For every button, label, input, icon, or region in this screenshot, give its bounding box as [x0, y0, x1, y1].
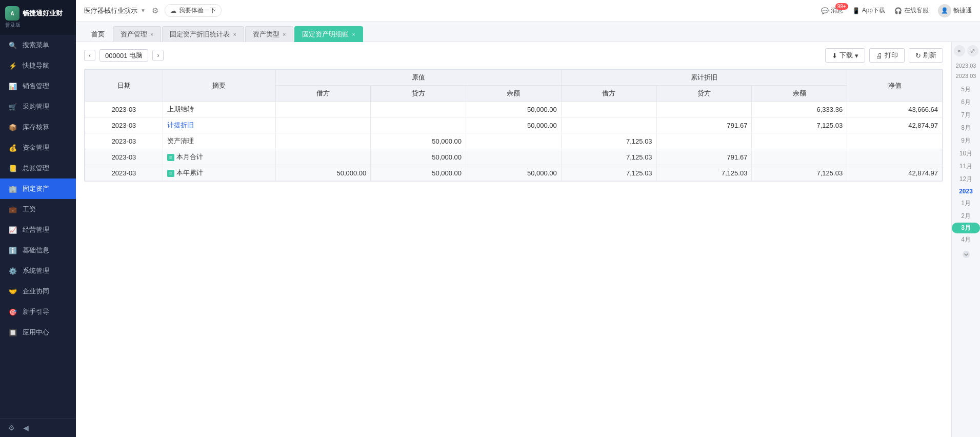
timeline-down-icon[interactable]	[952, 248, 980, 261]
col-summary: 摘要	[163, 70, 276, 102]
tab-asset-detail[interactable]: 固定资产明细账 ×	[294, 26, 363, 42]
sidebar-item-salary[interactable]: 💼 工资	[0, 199, 76, 220]
timeline-expand-button[interactable]: ⤢	[967, 45, 978, 56]
table-row: 2023-03 资产清理 50,000.00 7,125.03	[85, 133, 943, 149]
timeline-month-4[interactable]: 4月	[952, 233, 980, 246]
timeline-year-2023[interactable]: 2023	[952, 186, 980, 197]
message-button[interactable]: 💬 消息 99+	[821, 6, 843, 15]
row-accum-debit: 7,125.03	[561, 133, 656, 149]
sidebar-label-search: 搜索菜单	[23, 41, 49, 50]
tab-asset-mgmt-close[interactable]: ×	[150, 31, 153, 37]
message-icon: 💬	[821, 7, 829, 14]
sidebar-item-general-ledger[interactable]: 📒 总账管理	[0, 158, 76, 178]
user-menu[interactable]: 👤 畅捷通	[938, 4, 972, 17]
timeline-month-11[interactable]: 11月	[952, 160, 980, 173]
row-accum-balance: 7,125.03	[752, 165, 847, 181]
row-accum-debit: 7,125.03	[561, 149, 656, 165]
sidebar-item-basic-info[interactable]: ℹ️ 基础信息	[0, 240, 76, 261]
timeline-month-10[interactable]: 10月	[952, 147, 980, 160]
timeline-months-block: 5月 6月 7月 8月 9月 10月 11月 12月 2023 1月 2月 3月…	[952, 83, 980, 261]
sidebar-item-guide[interactable]: 🎯 新手引导	[0, 302, 76, 322]
app-download-label: App下载	[862, 6, 885, 15]
timeline-month-5[interactable]: 5月	[952, 83, 980, 96]
sidebar-item-app-center[interactable]: 🔲 应用中心	[0, 322, 76, 343]
app-name: 畅捷通好业财	[23, 9, 63, 18]
prev-asset-button[interactable]: ‹	[84, 50, 95, 61]
topbar-settings-icon[interactable]: ⚙	[152, 6, 158, 15]
sidebar-item-system[interactable]: ⚙️ 系统管理	[0, 261, 76, 281]
app-center-icon: 🔲	[8, 328, 17, 337]
collapse-icon[interactable]: ◀	[23, 424, 29, 432]
avatar: 👤	[938, 4, 951, 17]
tab-asset-mgmt[interactable]: 资产管理 ×	[113, 26, 161, 42]
sidebar-item-funds[interactable]: 💰 资金管理	[0, 137, 76, 158]
refresh-button[interactable]: ↻ 刷新	[909, 48, 943, 63]
tab-home[interactable]: 首页	[84, 27, 112, 42]
search-icon: 🔍	[8, 41, 17, 50]
sidebar-item-business[interactable]: 📈 经营管理	[0, 220, 76, 240]
sidebar-label-salary: 工资	[23, 205, 36, 214]
timeline-month-2[interactable]: 2月	[952, 210, 980, 223]
ledger-icon: 📒	[8, 164, 17, 173]
message-badge: 99+	[835, 3, 848, 10]
timeline-month-8[interactable]: 8月	[952, 122, 980, 134]
timeline-month-3-current[interactable]: 3月	[952, 223, 980, 233]
sidebar-item-inventory[interactable]: 📦 库存核算	[0, 117, 76, 137]
sidebar-item-sales[interactable]: 📊 销售管理	[0, 76, 76, 96]
timeline-month-9[interactable]: 9月	[952, 134, 980, 147]
row-orig-credit: 50,000.00	[371, 165, 466, 181]
row-orig-balance	[466, 149, 562, 165]
asset-code: 000001	[105, 52, 127, 59]
app-edition: 普及版	[5, 22, 71, 29]
timeline-month-1[interactable]: 1月	[952, 197, 980, 210]
sidebar-label-purchase: 采购管理	[23, 102, 49, 111]
download-button[interactable]: ⬇ 下载 ▾	[825, 48, 865, 63]
customer-service-button[interactable]: 🎧 在线客服	[894, 6, 929, 15]
company-selector[interactable]: 医疗器械行业演示 ▼	[84, 6, 146, 15]
row-accum-balance: 7,125.03	[752, 117, 847, 133]
timeline-close-button[interactable]: ×	[954, 45, 965, 56]
timeline-month-6[interactable]: 6月	[952, 96, 980, 109]
funds-icon: 💰	[8, 143, 17, 152]
row-orig-balance: 50,000.00	[466, 165, 562, 181]
tab-asset-detail-close[interactable]: ×	[352, 31, 355, 37]
sidebar-item-fixed-assets[interactable]: 🏢 固定资产	[0, 178, 76, 199]
tab-asset-type-label: 资产类型	[253, 30, 279, 39]
table-row: 2023-03 计提折旧 50,000.00 791.67 7,125.03 4…	[85, 117, 943, 133]
sidebar-label-guide: 新手引导	[23, 307, 49, 316]
experience-button[interactable]: ☁ 我要体验一下	[165, 4, 222, 17]
tab-depreciation-stats-close[interactable]: ×	[233, 31, 236, 37]
settings-footer-icon[interactable]: ⚙	[8, 424, 15, 432]
year-total-icon: ≡	[167, 170, 174, 177]
sidebar-item-search[interactable]: 🔍 搜索菜单	[0, 35, 76, 55]
row-date: 2023-03	[85, 165, 163, 181]
next-asset-button[interactable]: ›	[152, 50, 164, 61]
app-download-button[interactable]: 📱 App下载	[852, 6, 885, 15]
sidebar-label-general-ledger: 总账管理	[23, 164, 49, 173]
tab-asset-type[interactable]: 资产类型 ×	[245, 26, 293, 42]
quick-nav-icon: ⚡	[8, 61, 17, 70]
sidebar-label-basic-info: 基础信息	[23, 246, 49, 255]
sidebar-item-quick-nav[interactable]: ⚡ 快捷导航	[0, 55, 76, 76]
sidebar-item-collab[interactable]: 🤝 企业协同	[0, 281, 76, 302]
guide-icon: 🎯	[8, 307, 17, 316]
row-accum-debit: 7,125.03	[561, 165, 656, 181]
basic-info-icon: ℹ️	[8, 246, 17, 255]
row-accum-credit	[656, 102, 752, 117]
row-accum-credit: 791.67	[656, 117, 752, 133]
print-label: 打印	[885, 51, 898, 60]
timeline-month-7[interactable]: 7月	[952, 109, 980, 122]
print-button[interactable]: 🖨 打印	[869, 48, 905, 63]
business-icon: 📈	[8, 225, 17, 234]
tab-asset-type-close[interactable]: ×	[283, 31, 286, 37]
system-icon: ⚙️	[8, 266, 17, 275]
timeline-month-12[interactable]: 12月	[952, 173, 980, 186]
tabbar: 首页 资产管理 × 固定资产折旧统计表 × 资产类型 × 固定资产明细账 ×	[76, 22, 980, 42]
row-accum-debit	[561, 102, 656, 117]
row-orig-credit	[371, 117, 466, 133]
sidebar-label-business: 经营管理	[23, 225, 49, 234]
customer-service-icon: 🎧	[894, 7, 902, 14]
tab-depreciation-stats-label: 固定资产折旧统计表	[170, 30, 230, 39]
tab-depreciation-stats[interactable]: 固定资产折旧统计表 ×	[162, 26, 244, 42]
sidebar-item-purchase[interactable]: 🛒 采购管理	[0, 96, 76, 117]
